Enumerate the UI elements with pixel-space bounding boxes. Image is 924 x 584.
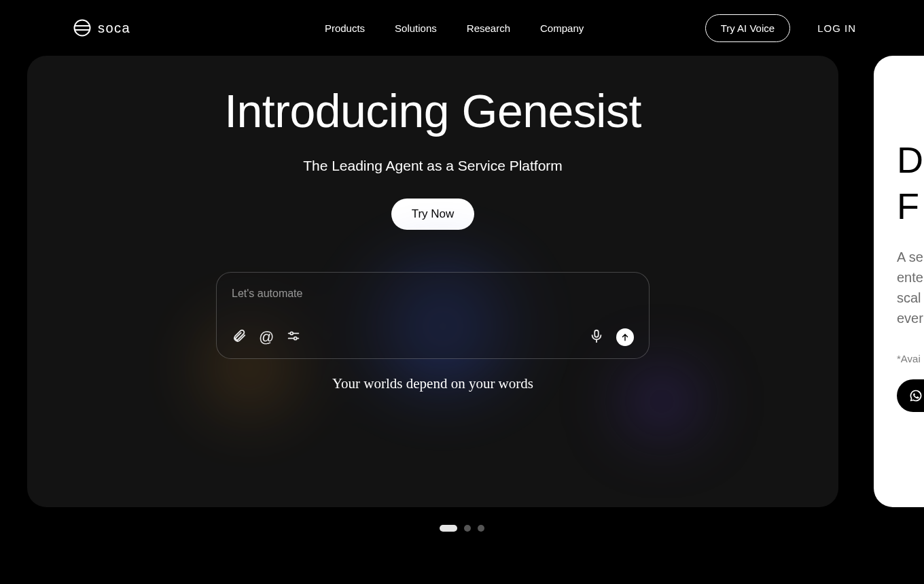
logo-text: soca xyxy=(98,21,130,35)
sliders-icon[interactable] xyxy=(286,328,301,346)
main-nav: Products Solutions Research Company xyxy=(325,22,584,34)
nav-company[interactable]: Company xyxy=(540,22,584,34)
logo-mark-icon xyxy=(73,19,91,37)
hero-subtitle: The Leading Agent as a Service Platform xyxy=(303,158,563,174)
whatsapp-icon xyxy=(909,389,923,402)
login-link[interactable]: LOG IN xyxy=(817,22,856,34)
carousel-dot-1[interactable] xyxy=(440,525,457,532)
brand-logo[interactable]: soca xyxy=(73,19,130,37)
prompt-toolbar: @ xyxy=(232,328,634,346)
whatsapp-cta-button[interactable] xyxy=(897,379,924,412)
header-actions: Try AI Voice LOG IN xyxy=(705,14,856,42)
prompt-area: Let's automate @ xyxy=(27,272,838,392)
side-footnote: Avai xyxy=(897,353,924,364)
mention-icon[interactable]: @ xyxy=(259,328,274,346)
prompt-input-box[interactable]: Let's automate @ xyxy=(216,272,650,359)
nav-research[interactable]: Research xyxy=(467,22,510,34)
try-ai-voice-button[interactable]: Try AI Voice xyxy=(705,14,790,42)
nav-solutions[interactable]: Solutions xyxy=(395,22,437,34)
hero-slide-next-peek: D F A se ente scal ever Avai xyxy=(874,56,924,507)
prompt-tools-right xyxy=(589,328,634,346)
prompt-tools-left: @ xyxy=(232,328,301,346)
hero-slide-genesist: Introducing Genesist The Leading Agent a… xyxy=(27,56,838,507)
carousel-dot-2[interactable] xyxy=(464,525,471,532)
site-header: soca Products Solutions Research Company… xyxy=(0,0,924,56)
arrow-up-icon xyxy=(620,332,630,342)
hero-title: Introducing Genesist xyxy=(224,84,641,137)
attachment-icon[interactable] xyxy=(232,328,247,346)
side-title: D F xyxy=(897,137,924,229)
prompt-placeholder: Let's automate xyxy=(232,288,634,317)
svg-point-0 xyxy=(75,20,90,36)
svg-rect-7 xyxy=(594,330,599,337)
try-now-button[interactable]: Try Now xyxy=(391,199,475,230)
svg-point-6 xyxy=(294,337,297,340)
carousel-dot-3[interactable] xyxy=(478,525,484,532)
mic-icon[interactable] xyxy=(589,328,604,346)
send-button[interactable] xyxy=(616,328,634,346)
carousel-pagination xyxy=(0,525,924,532)
hero-section: Introducing Genesist The Leading Agent a… xyxy=(0,56,924,507)
hero-tagline: Your worlds depend on your words xyxy=(332,375,533,392)
decorative-glow xyxy=(587,354,736,449)
nav-products[interactable]: Products xyxy=(325,22,365,34)
svg-point-5 xyxy=(291,332,294,334)
side-description: A se ente scal ever xyxy=(897,247,924,328)
